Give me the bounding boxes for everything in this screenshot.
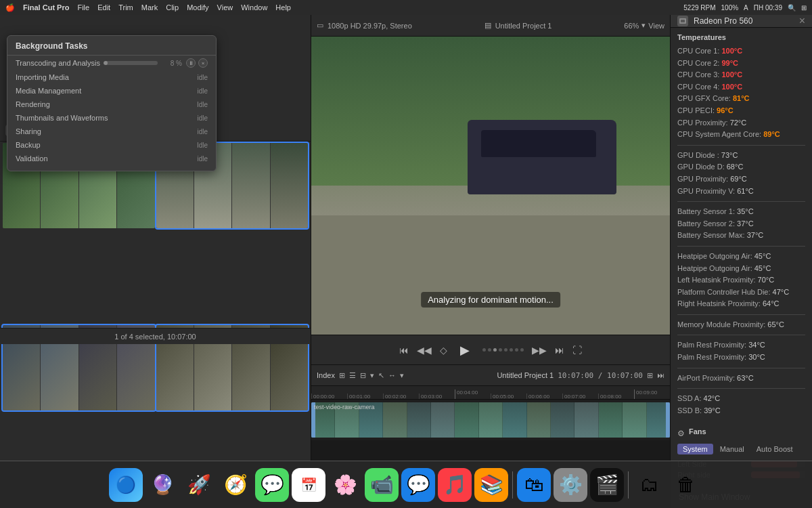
dock-books[interactable]: 📚 — [474, 468, 508, 502]
playback-controls: ⏮ ◀◀ ◇ ▶ ▶▶ ⏭ ⛶ — [311, 335, 670, 364]
browser-count-bar: 1 of 4 selected, 10:07:00 — [0, 328, 311, 344]
app-name-menu[interactable]: Final Cut Pro — [23, 3, 69, 12]
left-heatsink-temp: Left Heatsink Proximity: 70°C — [677, 274, 805, 287]
dock-photos[interactable]: 🌸 — [328, 468, 362, 502]
svg-rect-1 — [681, 20, 685, 22]
viewer-timeline-panel: ▭ 1080p HD 29.97p, Stereo ▤ Untitled Pro… — [311, 15, 670, 508]
clip-count-label: 1 of 4 selected, 10:07:00 — [114, 333, 196, 341]
dock-separator-1 — [512, 471, 513, 499]
gpu-title: Radeon Pro 560 — [694, 16, 752, 26]
track-right-handle[interactable] — [666, 402, 670, 438]
tl-icon-4[interactable]: ▾ — [370, 371, 374, 380]
next-frame-icon[interactable]: ▶▶ — [532, 345, 547, 356]
cpu-proximity-temp: CPU Proximity: 72°C — [677, 117, 805, 129]
viewer-zoom-level: 66% — [624, 22, 639, 30]
trim-menu[interactable]: Trim — [118, 3, 133, 12]
viewer-toolbar: ▭ 1080p HD 29.97p, Stereo ▤ Untitled Pro… — [311, 15, 670, 37]
dock-finalcut[interactable]: 🎬 — [590, 468, 624, 502]
tl-icon-3[interactable]: ⊟ — [360, 371, 366, 380]
gpu-close-button[interactable]: × — [799, 15, 805, 27]
view-button[interactable]: View — [648, 16, 664, 35]
heatpipe-out-air2-temp: Heatpipe Outgoing Air: 45°C — [677, 263, 805, 275]
dock-imessage2[interactable]: 💬 — [401, 468, 435, 502]
timeline-toolbar-right: Untitled Project 1 10:07:00 / 10:07:00 ⊞… — [497, 371, 664, 380]
viewer-project-icon: ▤ — [484, 21, 491, 30]
gpu-header: Radeon Pro 560 × — [671, 15, 812, 28]
keyframe-icon[interactable]: ◇ — [440, 345, 447, 356]
fullscreen-icon[interactable]: ⛶ — [572, 345, 582, 356]
divider-1 — [677, 145, 805, 146]
viewer-project-info: ▤ Untitled Project 1 — [484, 21, 552, 30]
divider-5 — [677, 335, 805, 335]
dock-music[interactable]: 🎵 — [438, 468, 472, 502]
ruler-9: 00:09:00 — [634, 389, 670, 399]
play-button[interactable]: ▶ — [455, 341, 474, 360]
airport-temp: AirPort Proximity: 63°C — [677, 373, 805, 385]
dock-messages[interactable]: 💬 — [255, 468, 289, 502]
timeline-track[interactable]: test-video-raw-camera — [311, 402, 670, 438]
file-menu[interactable]: File — [77, 3, 89, 12]
skip-back-icon[interactable]: ⏮ — [399, 345, 409, 356]
rpm-indicator: 5229 RPM — [683, 4, 715, 12]
dock-sysprefs[interactable]: ⚙️ — [554, 468, 587, 502]
task-pause-btn[interactable]: ⏸ — [186, 58, 196, 68]
modify-menu[interactable]: Modify — [187, 3, 208, 12]
ruler-3: 00:03:00 — [419, 394, 455, 399]
task-info-btn[interactable]: × — [198, 58, 208, 68]
background-tasks-popup: Background Tasks Transcoding and Analysi… — [7, 35, 217, 171]
dock-safari[interactable]: 🧭 — [219, 468, 252, 502]
dock-finder2[interactable]: 🗂 — [633, 468, 667, 502]
tl-icon-2[interactable]: ☰ — [349, 371, 356, 380]
dock-separator-2 — [628, 471, 629, 499]
dock-finder[interactable]: 🔵 — [109, 468, 143, 502]
dot-active — [493, 348, 497, 352]
fan-tab-autoboost[interactable]: Auto Boost — [751, 444, 798, 454]
dock-siri[interactable]: 🔮 — [145, 468, 179, 502]
dock-trash[interactable]: 🗑 — [669, 468, 703, 502]
timeline-ruler: 00:00:00 00:01:00 00:02:00 00:03:00 00:0… — [311, 386, 670, 400]
dot-6 — [510, 348, 513, 352]
edit-menu[interactable]: Edit — [97, 3, 110, 12]
timeline-track-area: test-video-raw-camera — [311, 400, 670, 440]
mark-menu[interactable]: Mark — [141, 3, 158, 12]
ruler-7: 00:07:00 — [562, 394, 598, 399]
video-frame: Analyzing for dominant motion... — [311, 37, 670, 335]
dock-calendar[interactable]: 📅 — [292, 468, 325, 502]
video-preview: Analyzing for dominant motion... — [311, 37, 670, 335]
viewer-resolution-info: ▭ 1080p HD 29.97p, Stereo — [317, 21, 412, 30]
search-icon[interactable]: 🔍 — [788, 4, 796, 12]
dock-appstore[interactable]: 🛍 — [517, 468, 551, 502]
memory-module-temp: Memory Module Proximity: 65°C — [677, 319, 805, 331]
fan-icon: ⚙ — [677, 429, 685, 438]
help-menu[interactable]: Help — [275, 3, 291, 12]
tl-project-label: Untitled Project 1 — [497, 371, 554, 379]
tl-move-icon[interactable]: ↔ — [388, 371, 396, 379]
tl-right-icon-2[interactable]: ⏭ — [657, 371, 664, 379]
track-label: test-video-raw-camera — [314, 404, 375, 410]
control-center-icon[interactable]: ⊞ — [801, 4, 807, 12]
task-row-validation: Validation idle — [7, 152, 216, 165]
apple-menu[interactable]: 🍎 — [5, 3, 15, 12]
clip-menu[interactable]: Clip — [166, 3, 179, 12]
window-menu[interactable]: Window — [241, 3, 267, 12]
tl-arrow-icon[interactable]: ↖ — [378, 371, 384, 380]
dock-launchpad[interactable]: 🚀 — [182, 468, 216, 502]
tl-dropdown2-icon[interactable]: ▾ — [400, 371, 404, 380]
viewer-zoom-control[interactable]: 66% ▾ View — [624, 16, 664, 35]
battery-sensor-max-temp: Battery Sensor Max: 37°C — [677, 230, 805, 242]
prev-frame-icon[interactable]: ◀◀ — [417, 345, 432, 356]
index-button[interactable]: Index — [317, 371, 335, 379]
right-heatsink-temp: Right Heatsink Proximity: 64°C — [677, 298, 805, 310]
analyzing-overlay: Analyzing for dominant motion... — [421, 292, 560, 308]
tl-right-icon-1[interactable]: ⊞ — [647, 371, 653, 380]
tl-icon-1[interactable]: ⊞ — [339, 371, 345, 380]
ruler-1: 00:01:00 — [347, 394, 383, 399]
dock-facetime[interactable]: 📹 — [365, 468, 399, 502]
skip-fwd-icon[interactable]: ⏭ — [555, 345, 564, 356]
fan-tab-system[interactable]: System — [677, 444, 713, 454]
dot-1 — [482, 348, 486, 352]
cpu-core2-temp: CPU Core 2: 99°C — [677, 58, 805, 70]
fan-tab-manual[interactable]: Manual — [715, 444, 750, 454]
view-menu[interactable]: View — [217, 3, 233, 12]
browser-panel: Background Tasks Transcoding and Analysi… — [0, 15, 311, 508]
